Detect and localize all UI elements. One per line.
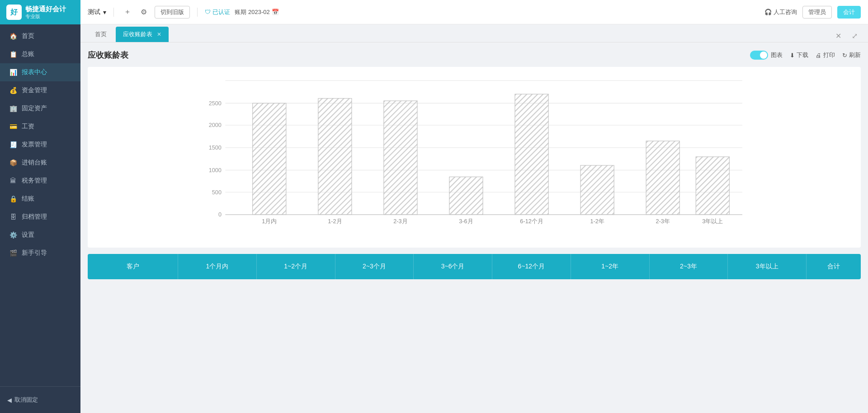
sidebar-item-archive[interactable]: 🗄 归档管理: [0, 208, 80, 226]
download-btn[interactable]: ⬇ 下载: [790, 51, 808, 59]
table-card: 客户1个月内1~2个月2~3个月3~6个月6~12个月1~2年2~3年3年以上合…: [88, 254, 861, 279]
home-icon: 🏠: [9, 32, 17, 40]
bar-6-12month: [515, 94, 548, 215]
sidebar-label-archive: 归档管理: [22, 213, 47, 221]
accountant-role-btn[interactable]: 会计: [837, 6, 861, 19]
invoice-icon: 🧾: [9, 141, 17, 149]
refresh-icon: ↻: [842, 52, 847, 59]
bar-1-2year: [580, 165, 614, 215]
svg-text:3年以上: 3年以上: [702, 218, 723, 225]
svg-text:2-3年: 2-3年: [656, 218, 670, 225]
sidebar-label-assets: 固定资产: [22, 104, 47, 113]
project-selector[interactable]: 测试 ▾: [88, 8, 106, 16]
svg-text:500: 500: [212, 189, 222, 196]
cancel-fixed-btn[interactable]: ◀ 取消固定: [0, 391, 80, 408]
table-header-cell: 1个月内: [178, 254, 257, 279]
app-logo: 好 畅捷通好会计 专业版: [0, 0, 80, 24]
archive-icon: 🗄: [9, 213, 17, 221]
dropdown-icon: ▾: [103, 9, 106, 16]
page-title: 应收账龄表: [88, 50, 128, 61]
sidebar-item-close[interactable]: 🔒 结账: [0, 190, 80, 208]
sidebar-item-assets[interactable]: 🏢 固定资产: [0, 99, 80, 117]
sidebar-item-capital[interactable]: 💰 资金管理: [0, 81, 80, 99]
sidebar-item-reports[interactable]: 📊 报表中心: [0, 63, 80, 81]
sidebar-item-guide[interactable]: 🎬 新手引导: [0, 244, 80, 262]
svg-text:1500: 1500: [209, 145, 222, 151]
period-value: 2023-02: [248, 9, 270, 15]
sidebar-item-home[interactable]: 🏠 首页: [0, 27, 80, 45]
table-header-cell: 2~3年: [650, 254, 728, 279]
tab-aging[interactable]: 应收账龄表 ✕: [116, 27, 169, 42]
sidebar-label-invoice: 发票管理: [22, 141, 47, 149]
svg-text:1000: 1000: [209, 167, 222, 174]
calendar-icon[interactable]: 📅: [272, 9, 279, 15]
chart-toggle-wrap: 图表: [750, 51, 783, 60]
main-area: 测试 ▾ ＋ ⚙ 切到旧版 🛡 已认证 账期 2023-02 📅 🎧 人工咨询 …: [80, 0, 868, 413]
toggle-knob: [760, 52, 767, 59]
settings-icon: ⚙️: [9, 231, 17, 239]
certified-badge: 🛡 已认证: [205, 8, 230, 16]
headset-icon: 🎧: [764, 9, 772, 15]
sidebar-label-capital: 资金管理: [22, 86, 47, 94]
sidebar-item-wages[interactable]: 💳 工资: [0, 117, 80, 136]
sidebar-label-reports: 报表中心: [22, 68, 47, 76]
cancel-fixed-label: 取消固定: [14, 396, 38, 404]
bar-3plus-year: [696, 157, 729, 215]
chart-container: 0 500 1000 1500 2000 2500 1月内 1-2月: [97, 76, 852, 239]
download-icon: ⬇: [790, 52, 795, 59]
assets-icon: 🏢: [9, 104, 17, 113]
sidebar-item-purchase[interactable]: 📦 进销台账: [0, 154, 80, 172]
switch-version-btn[interactable]: 切到旧版: [155, 6, 190, 19]
bar-1month: [253, 103, 286, 215]
table-header-cell: 2~3个月: [335, 254, 414, 279]
manager-role-btn[interactable]: 管理员: [802, 6, 832, 19]
tab-home[interactable]: 首页: [88, 27, 114, 42]
table-header: 客户1个月内1~2个月2~3个月3~6个月6~12个月1~2年2~3年3年以上合…: [88, 254, 861, 279]
table-header-cell: 合计: [807, 254, 861, 279]
svg-text:2-3月: 2-3月: [393, 218, 407, 225]
app-version: 专业版: [25, 13, 66, 20]
add-btn[interactable]: ＋: [121, 6, 134, 19]
bar-chart-svg: 0 500 1000 1500 2000 2500 1月内 1-2月: [97, 76, 852, 239]
close-icon: 🔒: [9, 195, 17, 203]
sidebar-item-ledger[interactable]: 📋 总账: [0, 45, 80, 63]
service-btn[interactable]: 🎧 人工咨询: [764, 8, 797, 16]
table-header-cell: 3~6个月: [414, 254, 492, 279]
project-name: 测试: [88, 8, 100, 16]
svg-text:1-2年: 1-2年: [590, 218, 604, 225]
sidebar-item-settings[interactable]: ⚙️ 设置: [0, 226, 80, 244]
sidebar-item-invoice[interactable]: 🧾 发票管理: [0, 136, 80, 154]
sidebar-label-ledger: 总账: [22, 50, 34, 58]
period-display: 账期 2023-02 📅: [235, 8, 279, 16]
bar-1-2month: [318, 99, 352, 215]
page-actions: 图表 ⬇ 下载 🖨 打印 ↻ 刷新: [750, 51, 861, 60]
bar-3-6month: [449, 177, 483, 215]
shield-icon: 🛡: [205, 9, 211, 15]
expand-window-btn[interactable]: ⤢: [848, 29, 861, 42]
refresh-btn[interactable]: ↻ 刷新: [842, 51, 861, 59]
period-label: 账期: [235, 8, 246, 16]
service-label: 人工咨询: [774, 8, 797, 16]
topbar-right: 🎧 人工咨询 管理员 会计: [764, 6, 861, 19]
app-name: 畅捷通好会计: [25, 5, 66, 13]
close-window-btn[interactable]: ✕: [832, 29, 844, 42]
table-header-cell: 6~12个月: [492, 254, 571, 279]
chart-toggle[interactable]: [750, 51, 768, 60]
logo-icon: 好: [6, 5, 22, 20]
sidebar-label-guide: 新手引导: [22, 249, 47, 257]
settings-btn[interactable]: ⚙: [137, 6, 150, 19]
sidebar-label-tax: 税务管理: [22, 177, 47, 185]
chart-card: 0 500 1000 1500 2000 2500 1月内 1-2月: [88, 67, 861, 248]
guide-icon: 🎬: [9, 249, 17, 257]
svg-text:0: 0: [218, 211, 222, 218]
svg-text:1月内: 1月内: [262, 218, 277, 225]
sidebar-item-tax[interactable]: 🏛 税务管理: [0, 172, 80, 190]
table-header-cell: 1~2个月: [257, 254, 335, 279]
sidebar-label-home: 首页: [22, 32, 34, 40]
tab-close-btn[interactable]: ✕: [157, 31, 161, 38]
sidebar: 好 畅捷通好会计 专业版 🏠 首页 📋 总账 📊 报表中心 💰 资金管理 🏢 固…: [0, 0, 80, 413]
ledger-icon: 📋: [9, 50, 17, 58]
print-btn[interactable]: 🖨 打印: [816, 51, 835, 59]
table-header-cell: 1~2年: [571, 254, 650, 279]
topbar-actions: ＋ ⚙: [121, 6, 150, 19]
